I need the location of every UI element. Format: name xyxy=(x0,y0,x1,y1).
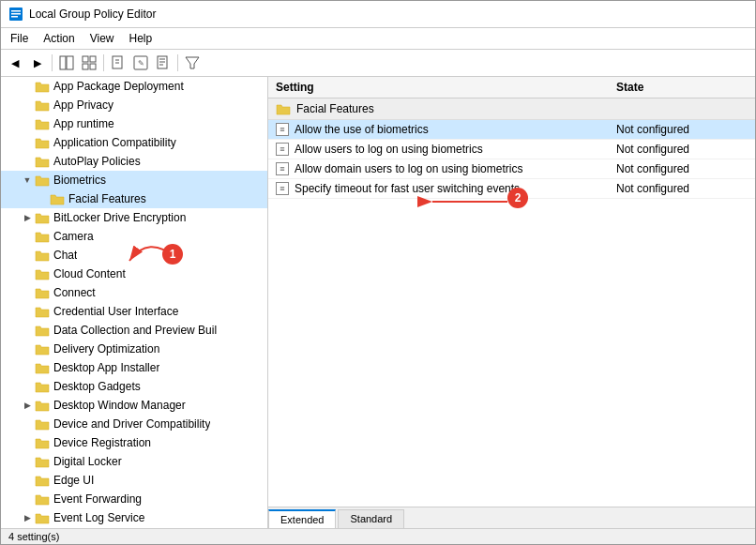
back-button[interactable]: ◀ xyxy=(5,53,25,73)
tree-item-event-log-service[interactable]: ▶ Event Log Service xyxy=(1,508,267,527)
folder-icon-chat xyxy=(35,249,50,262)
tree-label-chat: Chat xyxy=(53,249,77,262)
tree-item-facial-features[interactable]: Facial Features xyxy=(1,189,267,208)
tree-item-desktop-gadgets[interactable]: Desktop Gadgets xyxy=(1,377,267,396)
expander-desktop-gadgets xyxy=(20,379,35,394)
tree-item-app-runtime[interactable]: App runtime xyxy=(1,114,267,133)
expander-bitlocker[interactable]: ▶ xyxy=(20,210,35,225)
main-window: Local Group Policy Editor File Action Vi… xyxy=(0,0,756,545)
tree-label-device-driver: Device and Driver Compatibility xyxy=(53,417,210,431)
status-bar: 4 setting(s) xyxy=(1,528,755,544)
column-headers: Setting State xyxy=(268,77,755,98)
folder-icon-camera xyxy=(35,230,50,243)
main-area: App Package Deployment App Privacy App r… xyxy=(1,77,755,528)
tree-label-app-compat: Application Compatibility xyxy=(53,136,176,149)
new-policy-button[interactable] xyxy=(108,53,129,73)
folder-icon-app-privacy xyxy=(35,98,50,112)
folder-icon-connect xyxy=(35,286,50,299)
tree-label-event-log-service: Event Log Service xyxy=(53,511,144,524)
expander-desktop-window-manager[interactable]: ▶ xyxy=(20,398,35,413)
setting-state-logon-biometrics: Not configured xyxy=(616,143,748,156)
tree-item-bitlocker[interactable]: ▶ BitLocker Drive Encryption xyxy=(1,208,267,227)
tab-standard[interactable]: Standard xyxy=(338,509,404,528)
tree-label-event-forwarding: Event Forwarding xyxy=(53,492,142,506)
export-button[interactable] xyxy=(153,53,174,73)
svg-rect-9 xyxy=(90,64,96,69)
title-bar: Local Group Policy Editor xyxy=(1,1,755,28)
folder-icon-digital-locker xyxy=(35,455,50,468)
expander-device-driver xyxy=(20,416,35,431)
filter-button[interactable] xyxy=(182,53,203,73)
app-icon xyxy=(8,7,23,22)
menu-file[interactable]: File xyxy=(5,30,34,47)
tree-item-device-registration[interactable]: Device Registration xyxy=(1,433,267,452)
tree-item-event-forwarding[interactable]: Event Forwarding xyxy=(1,490,267,508)
tree-item-cloud-content[interactable]: Cloud Content xyxy=(1,265,267,283)
tree-item-app-package[interactable]: App Package Deployment xyxy=(1,77,267,96)
expander-edge-ui xyxy=(20,473,35,488)
right-panel: Setting State Facial Features ≡ Allow th… xyxy=(268,77,755,528)
expander-event-log-service[interactable]: ▶ xyxy=(20,510,35,525)
expander-biometrics[interactable]: ▼ xyxy=(20,173,35,188)
tree-label-autoplay: AutoPlay Policies xyxy=(53,155,141,168)
svg-rect-1 xyxy=(11,10,21,12)
tree-label-desktop-window-manager: Desktop Window Manager xyxy=(53,399,186,412)
tree-item-credential-ui[interactable]: Credential User Interface xyxy=(1,302,267,321)
tree-label-credential-ui: Credential User Interface xyxy=(53,305,178,318)
folder-icon-desktop-window-manager xyxy=(35,399,50,412)
svg-rect-4 xyxy=(60,56,66,69)
tree-item-camera[interactable]: Camera xyxy=(1,227,267,246)
forward-button[interactable]: ▶ xyxy=(27,53,48,73)
tree-item-device-driver[interactable]: Device and Driver Compatibility xyxy=(1,415,267,433)
setting-row-timeout-switching[interactable]: ≡ Specify timeout for fast user switchin… xyxy=(268,179,755,199)
folder-icon-app-runtime xyxy=(35,117,50,130)
tree-label-bitlocker: BitLocker Drive Encryption xyxy=(53,211,186,224)
tree-item-event-logging[interactable]: Event Logging xyxy=(1,527,267,528)
menu-help[interactable]: Help xyxy=(124,30,159,47)
tree-item-biometrics[interactable]: ▼ Biometrics xyxy=(1,171,267,189)
tab-extended[interactable]: Extended xyxy=(268,509,336,528)
menu-view[interactable]: View xyxy=(84,30,120,47)
setting-row-allow-biometrics[interactable]: ≡ Allow the use of biometrics Not config… xyxy=(268,120,755,140)
folder-icon-event-forwarding xyxy=(35,492,50,506)
svg-text:✎: ✎ xyxy=(138,59,144,68)
toolbar-sep-3 xyxy=(177,54,178,71)
tree-item-autoplay[interactable]: AutoPlay Policies xyxy=(1,152,267,171)
folder-icon-event-log-service xyxy=(35,511,50,524)
tree-label-camera: Camera xyxy=(53,230,94,243)
tree-item-digital-locker[interactable]: Digital Locker xyxy=(1,452,267,471)
setting-row-logon-biometrics[interactable]: ≡ Allow users to log on using biometrics… xyxy=(268,140,755,159)
show-hide-button[interactable] xyxy=(56,53,77,73)
tree-item-app-compat[interactable]: Application Compatibility xyxy=(1,133,267,152)
tree-label-cloud-content: Cloud Content xyxy=(53,267,126,280)
folder-icon-autoplay xyxy=(35,155,50,168)
col-setting-header: Setting xyxy=(276,81,616,94)
tree-item-chat[interactable]: Chat xyxy=(1,246,267,265)
window-title: Local Group Policy Editor xyxy=(29,8,156,21)
tree-item-desktop-app-installer[interactable]: Desktop App Installer xyxy=(1,358,267,377)
toolbar: ◀ ▶ ✎ xyxy=(1,50,755,77)
folder-icon-delivery-opt xyxy=(35,342,50,356)
expander-data-collection xyxy=(20,323,35,338)
tree-item-edge-ui[interactable]: Edge UI xyxy=(1,471,267,490)
tree-label-app-privacy: App Privacy xyxy=(53,98,113,112)
setting-name-allow-biometrics: Allow the use of biometrics xyxy=(295,123,616,136)
view-button[interactable] xyxy=(79,53,99,73)
setting-state-timeout-switching: Not configured xyxy=(616,182,748,195)
properties-button[interactable]: ✎ xyxy=(130,53,151,73)
setting-name-domain-biometrics: Allow domain users to log on using biome… xyxy=(295,162,616,175)
tree-label-digital-locker: Digital Locker xyxy=(53,455,122,468)
tree-item-app-privacy[interactable]: App Privacy xyxy=(1,96,267,114)
folder-icon-edge-ui xyxy=(35,474,50,487)
tree-item-desktop-window-manager[interactable]: ▶ Desktop Window Manager xyxy=(1,396,267,415)
expander-app-package xyxy=(20,79,35,94)
menu-bar: File Action View Help xyxy=(1,28,755,50)
folder-icon-app-compat xyxy=(35,136,50,149)
toolbar-sep-2 xyxy=(103,54,104,71)
tree-label-data-collection: Data Collection and Preview Buil xyxy=(53,324,217,337)
menu-action[interactable]: Action xyxy=(38,30,80,47)
tree-item-data-collection[interactable]: Data Collection and Preview Buil xyxy=(1,321,267,340)
tree-item-connect[interactable]: Connect xyxy=(1,283,267,302)
setting-row-domain-biometrics[interactable]: ≡ Allow domain users to log on using bio… xyxy=(268,159,755,179)
tree-item-delivery-opt[interactable]: Delivery Optimization xyxy=(1,340,267,358)
